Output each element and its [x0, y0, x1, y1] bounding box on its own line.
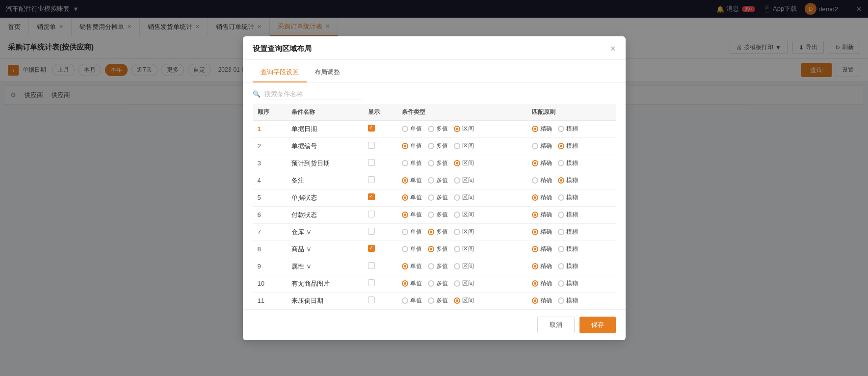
- dialog: 设置查询区域布局 × 查询字段设置 布局调整 🔍 顺序 条件名称: [243, 36, 626, 109]
- dialog-table-wrap: 顺序 条件名称 显示 条件类型 匹配原则 1单据日期单值多值区间精确模糊2单据编…: [243, 104, 626, 109]
- col-seq: 顺序: [253, 104, 287, 109]
- dialog-tabs: 查询字段设置 布局调整: [243, 60, 626, 82]
- col-type: 条件类型: [397, 104, 527, 109]
- dialog-title: 设置查询区域布局: [253, 44, 312, 54]
- dialog-header: 设置查询区域布局 ×: [243, 36, 626, 60]
- col-name: 条件名称: [287, 104, 363, 109]
- search-input[interactable]: [264, 88, 363, 100]
- col-show: 显示: [363, 104, 397, 109]
- dialog-search-area: 🔍: [243, 82, 626, 104]
- dialog-close-button[interactable]: ×: [610, 44, 616, 53]
- col-match: 匹配原则: [527, 104, 616, 109]
- table-header: 顺序 条件名称 显示 条件类型 匹配原则: [253, 104, 616, 109]
- overlay: 设置查询区域布局 × 查询字段设置 布局调整 🔍 顺序 条件名称: [0, 0, 868, 109]
- dialog-table: 顺序 条件名称 显示 条件类型 匹配原则 1单据日期单值多值区间精确模糊2单据编…: [253, 104, 616, 109]
- dialog-tab-query-fields[interactable]: 查询字段设置: [253, 65, 307, 82]
- dialog-tab-layout[interactable]: 布局调整: [307, 65, 348, 82]
- search-icon: 🔍: [253, 90, 261, 98]
